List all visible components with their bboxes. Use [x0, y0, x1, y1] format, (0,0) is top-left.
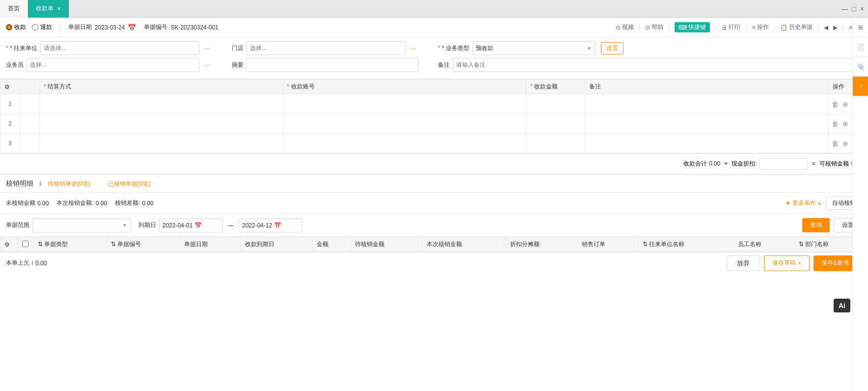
summary-label: 摘要 [232, 61, 244, 69]
divider4: | [745, 24, 747, 31]
tab-close-icon[interactable]: × [57, 5, 61, 12]
radio-collection[interactable]: 收款 [6, 23, 26, 31]
counterpart-more-icon[interactable]: ··· [202, 44, 212, 52]
verify-filter-actions: ▼ 更多条件 ∧ 自动核销 [785, 196, 862, 210]
print-icon: 🖨 [721, 24, 727, 31]
row-2-copy-icon[interactable]: ⊕ [841, 119, 849, 129]
row-2-remark-input[interactable] [585, 114, 828, 133]
vth-dept-sort[interactable]: ⇅ [799, 241, 804, 248]
row-1-account-input[interactable] [283, 94, 526, 113]
sidebar-expand-btn[interactable]: ⤢ [853, 77, 868, 96]
row-2-remark[interactable] [585, 114, 829, 134]
store-input[interactable] [246, 41, 406, 55]
row-1-amount-input[interactable] [526, 94, 585, 113]
staff-label: 业务员 [6, 61, 24, 69]
action-shortcut[interactable]: ⌨ 快捷键 [675, 22, 710, 32]
row-2-account[interactable] [283, 114, 526, 134]
maximize-icon[interactable]: □ [852, 5, 856, 13]
nav-next[interactable]: ▶ [833, 24, 838, 31]
sidebar-doc-btn[interactable]: 📄 [853, 37, 868, 57]
action-print[interactable]: 🖨 打印 [721, 23, 740, 31]
date-from-picker[interactable]: 2022-04-01 📅 [159, 219, 223, 232]
vth-date: 单据日期 [180, 237, 241, 252]
row-3-settlement[interactable] [40, 134, 283, 153]
action-operate[interactable]: ≡ 操作 [752, 23, 769, 31]
remark-input[interactable] [453, 58, 862, 72]
verified-tab-link[interactable]: 已核销单据(0笔) [108, 180, 151, 188]
history-label: 历史单据 [789, 23, 813, 31]
counterpart-input[interactable] [40, 41, 199, 55]
action-video[interactable]: ⊙ 视频 [616, 23, 634, 31]
vth-number-sort[interactable]: ⇅ [111, 241, 116, 248]
tab-receipt-label: 收款单 [36, 4, 54, 13]
calendar-icon[interactable]: 📅 [128, 24, 136, 31]
row-2-amount-input[interactable] [526, 114, 585, 133]
query-button[interactable]: 查询 [802, 218, 830, 232]
total-item: 收款合计 0.00 [683, 160, 720, 168]
radio-refund[interactable]: 退款 [32, 23, 52, 31]
discount-input[interactable] [759, 158, 808, 169]
row-1-remark[interactable] [585, 94, 829, 114]
row-3-remark[interactable] [585, 134, 829, 153]
settings-button[interactable]: 设置 [601, 42, 624, 55]
row-3-remark-input[interactable] [585, 134, 828, 153]
view-list[interactable]: ≡ [849, 24, 852, 31]
store-more-icon[interactable]: ··· [408, 44, 418, 52]
row-3-amount-input[interactable] [526, 134, 585, 153]
staff-input[interactable] [27, 58, 199, 72]
pending-tab-link[interactable]: 待核销单据(0笔) [48, 180, 90, 188]
row-1-delete-icon[interactable]: 🗑 [831, 99, 840, 109]
vth-check[interactable] [18, 237, 34, 252]
vth-verify-amount-label: 本次核销金额 [427, 241, 462, 248]
row-2-settlement[interactable] [40, 114, 283, 134]
row-2-delete-icon[interactable]: 🗑 [831, 119, 840, 129]
close-icon[interactable]: × [860, 5, 864, 13]
vth-check-input[interactable] [22, 241, 28, 247]
tab-home[interactable]: 首页 [0, 0, 28, 18]
row-1-account[interactable] [283, 94, 526, 114]
row-1-settlement[interactable] [40, 94, 283, 114]
row-1-settlement-input[interactable] [40, 94, 283, 113]
row-3-account-input[interactable] [283, 134, 526, 153]
more-conditions-btn[interactable]: ▼ 更多条件 ∧ [785, 199, 822, 207]
abandon-button[interactable]: 放弃 [727, 255, 760, 271]
vth-gear[interactable]: ⚙ [0, 237, 18, 252]
verify-info-icon[interactable]: ℹ [39, 180, 42, 187]
verified-label: 已核销单据 [108, 180, 137, 187]
row-1-remark-input[interactable] [585, 94, 828, 113]
minimize-icon[interactable]: — [841, 5, 848, 13]
vth-counterpart-sort[interactable]: ⇅ [643, 241, 648, 248]
sidebar-table-btn[interactable]: ⊞ [853, 18, 868, 37]
summary-input[interactable] [246, 58, 418, 72]
row-2-amount[interactable] [526, 114, 585, 134]
row-1-copy-icon[interactable]: ⊕ [841, 99, 849, 109]
th-account: * 收款账号 [283, 80, 526, 94]
range-select[interactable]: ▼ [32, 219, 131, 232]
row-2-settlement-input[interactable] [40, 114, 283, 133]
radio-collection-input[interactable] [6, 24, 12, 30]
action-history[interactable]: 📋 历史单据 [780, 23, 813, 31]
vth-type-sort[interactable]: ⇅ [38, 241, 43, 248]
page-info-icon[interactable]: ℹ [31, 260, 33, 266]
row-3-amount[interactable] [526, 134, 585, 153]
row-1-amount[interactable] [526, 94, 585, 114]
row-2-account-input[interactable] [283, 114, 526, 133]
row-3-copy-icon[interactable]: ⊕ [841, 139, 849, 148]
date-to-picker[interactable]: 2022-04-12 📅 [239, 219, 302, 232]
radio-refund-input[interactable] [32, 24, 38, 30]
staff-more-icon[interactable]: ··· [202, 61, 212, 69]
sidebar-attachment-btn[interactable]: 📎 [853, 57, 868, 77]
table-row: 2 🗑 ⊕ [0, 114, 868, 134]
row-3-settlement-input[interactable] [40, 134, 283, 153]
th-remark-label: 备注 [589, 83, 601, 90]
save-draft-button[interactable]: 保存草稿 ∧ [764, 255, 810, 271]
nav-prev[interactable]: ◀ [824, 24, 828, 31]
th-gear[interactable]: ⚙ [0, 80, 20, 94]
business-type-select[interactable]: 预收款 ▼ [472, 41, 595, 55]
tab-receipt[interactable]: 收款单 × [28, 0, 69, 18]
ai-badge[interactable]: Ai [834, 299, 850, 312]
action-help[interactable]: ⊙ 帮助 [645, 23, 663, 31]
row-3-delete-icon[interactable]: 🗑 [831, 139, 840, 148]
row-3-account[interactable] [283, 134, 526, 153]
vth-amount: 金额 [313, 237, 351, 252]
